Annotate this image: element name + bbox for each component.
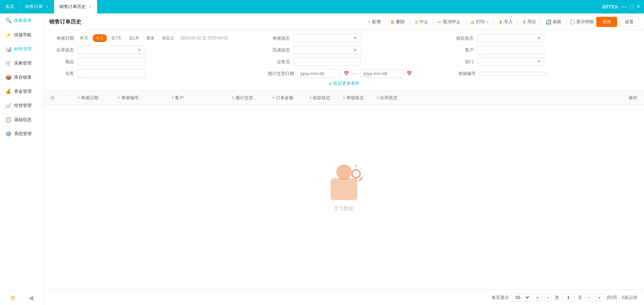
window-close[interactable]: × <box>637 4 640 10</box>
refresh-icon: 🔄 <box>546 20 551 25</box>
date-range-display: 2023-06-02 至 2023-06-02 <box>180 35 228 41</box>
sidebar-item-quick-nav[interactable]: ⚡ 快捷导航 <box>0 28 43 42</box>
last-page-button[interactable]: » <box>595 294 603 301</box>
window-restore[interactable]: □ <box>630 4 634 10</box>
col-bill-status[interactable]: ⇅ 单据状态 <box>340 95 374 101</box>
collapse-label[interactable]: 收起更多条件 <box>333 80 359 86</box>
col-number[interactable]: ⇅ 单据编号 <box>115 95 169 101</box>
sidebar-item-inventory[interactable]: 📦 库存核算 <box>0 70 43 84</box>
tab-home-label: 首页 <box>5 4 14 10</box>
export-button[interactable]: ⬆ 导出 <box>520 17 538 26</box>
receipt-status-select[interactable]: ▼ <box>477 34 544 42</box>
sidebar-settings-icon[interactable]: ⚙ <box>10 294 15 302</box>
sidebar-label-sys: 系统管理 <box>14 131 32 137</box>
warehouse-input[interactable]: ... <box>77 69 144 78</box>
stop-button[interactable]: ⊘ 中止 <box>413 17 430 26</box>
page-title: 销售订单历史 <box>49 18 81 26</box>
sidebar-item-purchase-mgmt[interactable]: 🛒 采购管理 <box>0 56 43 70</box>
sys-mgmt-icon: ⚙️ <box>5 131 11 137</box>
refresh-button[interactable]: 🔄 刷新 <box>544 17 563 26</box>
new-button[interactable]: + 新增 <box>366 17 383 26</box>
salesperson-label: 业务员 <box>270 59 293 65</box>
page-size-select[interactable]: 20 50 100 <box>512 293 530 302</box>
product-label: 商品 <box>50 59 77 65</box>
brand-logo: OfTEn <box>602 4 618 9</box>
sidebar-label-sales: 销售管理 <box>14 46 32 52</box>
prev-page-button[interactable]: ‹ <box>545 294 552 301</box>
product-input[interactable]: ... <box>77 58 144 66</box>
calendar-end-icon[interactable]: 📅 <box>406 71 412 76</box>
print-button[interactable]: 🖨 打印 ▼ <box>468 17 491 26</box>
sidebar-item-basic-info[interactable]: 📋 基础信息 <box>0 113 43 127</box>
calendar-start-icon[interactable]: 📅 <box>344 71 349 76</box>
tab-sales-order-history-label: 销售订单历史 <box>59 4 86 10</box>
sidebar-label-search: 搜索菜单 <box>14 17 32 24</box>
col-amount[interactable]: ⇅ 订单金额 <box>269 95 306 101</box>
col-out-status[interactable]: ⇅ 出库状态 <box>374 95 407 101</box>
sidebar-item-search-menu[interactable]: 🔍 搜索菜单 <box>0 13 43 28</box>
stop-icon: ⊘ <box>415 20 418 25</box>
sort-icon-date: ⇅ <box>77 96 80 100</box>
setting-button[interactable]: 设置 <box>620 17 639 27</box>
col-delivery[interactable]: ⇅ 预计交货... <box>229 95 269 101</box>
gear-icon[interactable]: ⚙ <box>50 95 55 101</box>
out-status-label: 出库状态 <box>50 47 77 53</box>
date-tag-7days[interactable]: 近7天 <box>108 34 125 42</box>
display-toggle-label[interactable]: 显示明细 <box>576 19 594 25</box>
sidebar-item-finance[interactable]: 💰 资金管理 <box>0 84 43 99</box>
page-input[interactable] <box>562 294 575 301</box>
warehouse-label: 仓库 <box>50 71 77 77</box>
date-tag-1month[interactable]: 近1月 <box>126 34 142 42</box>
date-tag-today[interactable]: 今天 <box>93 34 107 42</box>
receipt-status-arrow: ▼ <box>537 36 541 41</box>
tab-home[interactable]: 首页 <box>0 0 20 13</box>
delivery-date-start-input[interactable] <box>297 69 341 78</box>
import-icon: ⬇ <box>499 20 503 25</box>
col-customer[interactable]: ⇅ 客户 <box>169 95 229 101</box>
tab-sales-order[interactable]: 销售订单 × <box>20 0 54 13</box>
date-tag-yesterday[interactable]: 昨天 <box>77 34 91 42</box>
tab-sales-order-history[interactable]: 销售订单历史 × <box>54 0 97 13</box>
bill-status-select[interactable]: ▼ <box>293 34 360 42</box>
out-status-select[interactable]: ▼ <box>77 46 144 54</box>
print-icon: 🖨 <box>470 20 475 25</box>
new-icon: + <box>368 19 371 25</box>
sidebar-collapse-icon[interactable]: ◀ <box>29 294 33 302</box>
col-date[interactable]: ⇅ 单据日期 <box>75 95 115 101</box>
query-button[interactable]: 查询 <box>596 17 617 27</box>
date-tag-custom[interactable]: 自定义 <box>159 34 177 42</box>
tab-sales-order-close[interactable]: × <box>46 4 48 9</box>
tab-sales-order-history-close[interactable]: × <box>89 4 91 9</box>
export-icon: ⬆ <box>522 20 526 25</box>
customer-input[interactable]: ... <box>477 46 544 54</box>
bill-no-input[interactable] <box>479 72 546 75</box>
search-menu-icon: 🔍 <box>5 17 11 24</box>
salesperson-input[interactable]: ... <box>293 58 360 66</box>
sort-icon-out: ⇅ <box>376 96 379 100</box>
cancel-stop-button[interactable]: ↩ 取消中止 <box>436 17 463 26</box>
inventory-icon: 📦 <box>5 74 11 80</box>
date-filter-label: 单据日期 <box>50 35 77 41</box>
sidebar-label-basic-info: 基础信息 <box>14 117 32 123</box>
col-checkbox <box>61 96 75 100</box>
first-page-button[interactable]: « <box>533 294 542 301</box>
delete-button[interactable]: 🗑 删除 <box>388 17 407 26</box>
sidebar-item-sys-mgmt[interactable]: ⚙️ 系统管理 <box>0 127 43 141</box>
date-tag-more[interactable]: 更多 <box>143 34 158 42</box>
sidebar-item-sales-mgmt[interactable]: 📊 销售管理 <box>0 42 43 56</box>
customer-label: 客户 <box>454 47 477 53</box>
col-receipt-status[interactable]: ⇅ 收款状态 <box>306 95 340 101</box>
import-button[interactable]: ⬇ 导入 <box>497 17 515 26</box>
complete-status-select[interactable]: ▼ <box>293 46 360 54</box>
dept-select[interactable]: ▼ <box>477 58 544 66</box>
sidebar-label-finance: 资金管理 <box>14 88 32 94</box>
select-all-checkbox[interactable] <box>64 96 69 100</box>
next-page-button[interactable]: › <box>585 294 592 301</box>
dept-arrow: ▼ <box>537 59 541 64</box>
sidebar-item-operations[interactable]: 📈 经营管理 <box>0 99 43 113</box>
delivery-date-end-input[interactable] <box>360 69 404 78</box>
col-operation: 操作 <box>407 95 640 101</box>
sidebar-label-inventory: 库存核算 <box>14 74 32 80</box>
window-minimize[interactable]: — <box>621 4 627 10</box>
display-toggle-checkbox[interactable] <box>570 20 575 24</box>
